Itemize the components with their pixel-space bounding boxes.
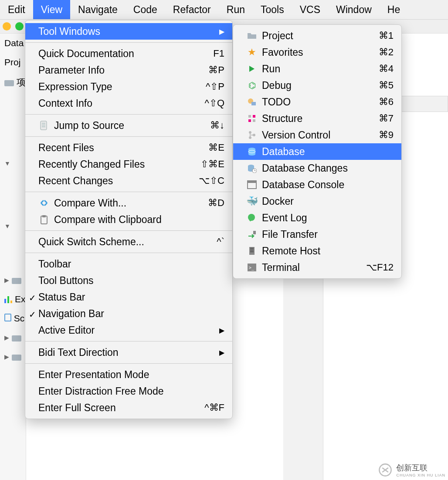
tree-expand-5[interactable]: ▶ [0,347,26,366]
menu-item-label: Recently Changed Files [38,159,145,170]
tool-window-item-file-transfer[interactable]: File Transfer [233,226,401,243]
structure-icon [246,113,258,124]
shortcut-label: ^⌘F [191,402,224,413]
view-menu-item-navigation-bar[interactable]: ✓Navigation Bar [25,305,232,322]
tree-expand-1[interactable]: ▼ [0,154,26,173]
view-menu-item-context-info[interactable]: Context Info^⇧Q [25,95,232,112]
svg-rect-20 [248,181,256,183]
bug-icon: ⌬ [246,80,258,91]
tool-window-item-remote-host[interactable]: Remote Host [233,243,401,259]
menu-item-label: Tool Windows [38,26,100,37]
traffic-minimize-icon[interactable] [3,22,11,30]
tree-expand-4[interactable]: ▶ [0,328,26,347]
sidebar-data-tab[interactable]: Data [0,34,26,53]
menu-item-label: Expression Type [38,81,112,93]
view-menu-item-compare-with-clipboard[interactable]: Compare with Clipboard [25,211,232,228]
menu-run[interactable]: Run [219,0,253,19]
menu-view[interactable]: View [33,0,70,19]
shortcut-label: ^` [204,236,224,247]
view-menu-item-tool-windows[interactable]: Tool Windows▶ [25,23,232,40]
submenu-arrow-icon: ▶ [219,27,224,36]
tool-window-item-docker[interactable]: 🐳Docker [233,193,401,210]
svg-rect-8 [248,115,251,118]
watermark: 创新互联 CHUANG XIN HU LIAN [378,463,445,477]
svg-point-13 [249,136,251,139]
sidebar-item-root[interactable]: 项 [0,72,26,93]
watermark-logo-icon [378,463,393,477]
svg-rect-7 [251,102,256,105]
menu-item-label: Recent Files [38,142,94,154]
menu-refactor[interactable]: Refactor [165,0,219,19]
folder-icon [4,80,14,86]
tool-windows-submenu: Project⌘1★Favorites⌘2Run⌘4⌬Debug⌘5TODO⌘6… [233,24,402,279]
tool-window-item-debug[interactable]: ⌬Debug⌘5 [233,77,401,94]
view-menu-item-jump-to-source[interactable]: Jump to Source⌘↓ [25,117,232,134]
tool-window-item-event-log[interactable]: Event Log [233,210,401,226]
tree-expand-3[interactable]: ▶ [0,270,26,290]
menu-separator [25,253,232,253]
check-icon: ✓ [29,309,36,320]
traffic-zoom-icon[interactable] [15,22,24,30]
shortcut-label: ⌘2 [366,47,394,58]
tool-window-item-database[interactable]: Database [233,143,401,160]
view-menu-item-quick-documentation[interactable]: Quick DocumentationF1 [25,45,232,62]
tool-window-item-project[interactable]: Project⌘1 [233,27,401,44]
shortcut-label: ⌘4 [366,63,394,74]
tool-window-item-todo[interactable]: TODO⌘6 [233,94,401,110]
folder-icon [12,355,21,361]
tool-window-item-version-control[interactable]: Version Control⌘9 [233,127,401,143]
tool-window-item-database-changes[interactable]: Database Changes [233,160,401,176]
view-menu-item-status-bar[interactable]: ✓Status Bar [25,289,232,305]
view-menu-item-toolbar[interactable]: Toolbar [25,256,232,272]
shortcut-label: ⌥⇧C [186,175,224,186]
view-menu-item-bidi-text-direction[interactable]: Bidi Text Direction▶ [25,344,232,361]
view-menu-item-recently-changed-files[interactable]: Recently Changed Files⇧⌘E [25,156,232,172]
menu-item-label: Run [262,63,280,75]
menu-item-label: Compare With... [54,197,126,209]
view-menu-item-parameter-info[interactable]: Parameter Info⌘P [25,62,232,78]
menu-code[interactable]: Code [126,0,165,19]
view-menu-item-recent-changes[interactable]: Recent Changes⌥⇧C [25,172,232,189]
view-menu-item-recent-files[interactable]: Recent Files⌘E [25,139,232,156]
svg-rect-22 [253,231,256,234]
tool-window-item-favorites[interactable]: ★Favorites⌘2 [233,44,401,61]
menu-item-label: Event Log [262,212,307,224]
view-menu-item-enter-full-screen[interactable]: Enter Full Screen^⌘F [25,399,232,416]
shortcut-label: ⌘1 [366,30,394,41]
menu-item-label: Jump to Source [54,120,124,132]
view-menu-item-tool-buttons[interactable]: Tool Buttons [25,272,232,289]
view-menu-item-enter-distraction-free-mode[interactable]: Enter Distraction Free Mode [25,383,232,399]
tool-window-item-structure[interactable]: Structure⌘7 [233,110,401,127]
menu-separator [25,230,232,231]
tool-window-item-terminal[interactable]: >_Terminal⌥F12 [233,259,401,276]
watermark-sub: CHUANG XIN HU LIAN [396,473,445,477]
view-menu-item-active-editor[interactable]: Active Editor▶ [25,322,232,338]
menu-vcs[interactable]: VCS [292,0,328,19]
tree-expand-2[interactable]: ▼ [0,216,26,236]
menu-item-label: Database Console [262,179,344,191]
view-menu-item-compare-with[interactable]: Compare With...⌘D [25,195,232,211]
tool-window-item-run[interactable]: Run⌘4 [233,61,401,77]
shortcut-label: ^⇧P [193,81,224,92]
check-icon: ✓ [29,293,36,303]
menu-navigate[interactable]: Navigate [70,0,126,19]
menu-item-label: File Transfer [262,229,318,240]
sidebar-project-tab[interactable]: Proj [0,53,26,72]
chevron-right-icon: ▶ [4,334,9,341]
sidebar-item-sc[interactable]: Sc [0,309,26,328]
menu-tools[interactable]: Tools [253,0,292,19]
sidebar-item-ex[interactable]: Ex [0,290,26,309]
tool-window-item-database-console[interactable]: Database Console [233,176,401,193]
menu-item-label: Enter Distraction Free Mode [38,385,164,397]
menu-item-label: Favorites [262,47,303,58]
menu-window[interactable]: Window [328,0,380,19]
shortcut-label: ⇧⌘E [187,159,224,170]
menu-help[interactable]: He [380,0,408,19]
menu-item-label: Tool Buttons [38,275,94,287]
view-menu-item-quick-switch-scheme[interactable]: Quick Switch Scheme...^` [25,233,232,250]
view-menu-item-enter-presentation-mode[interactable]: Enter Presentation Mode [25,366,232,383]
view-menu-item-expression-type[interactable]: Expression Type^⇧P [25,78,232,95]
shortcut-label: ⌘D [195,197,224,209]
menu-edit[interactable]: Edit [0,0,33,19]
shortcut-label: ⌘P [195,64,224,76]
